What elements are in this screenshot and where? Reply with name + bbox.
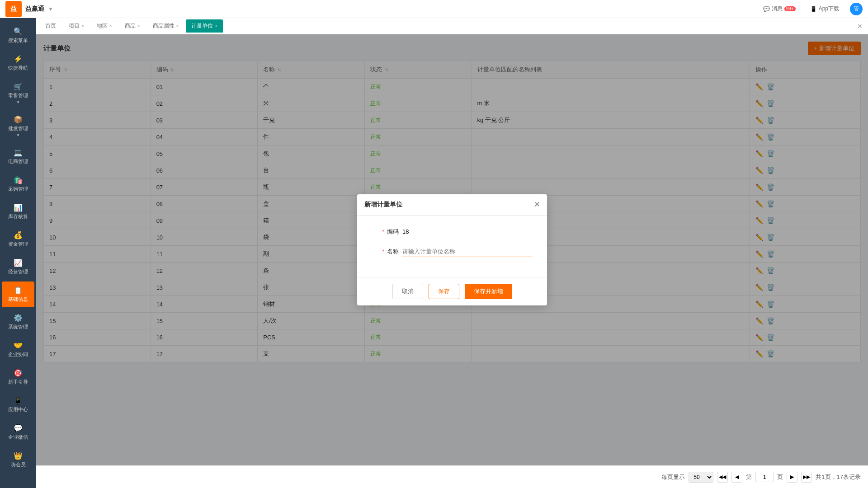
tab-unit[interactable]: 计量单位 ×: [186, 19, 223, 33]
tab-products-close[interactable]: ×: [137, 23, 140, 28]
avatar-initials: 管: [854, 5, 859, 13]
code-label: * 编码: [372, 228, 399, 236]
system-icon: ⚙️: [14, 314, 23, 322]
message-icon: 💬: [763, 6, 770, 12]
sidebar-item-purchase[interactable]: 🛍️ 采购管理: [2, 171, 34, 197]
name-input[interactable]: [402, 246, 533, 257]
tab-bar: 首页 项目 × 地区 × 商品 × 商品属性 × 计量单位 × ✕: [36, 18, 868, 34]
cancel-button[interactable]: 取消: [392, 284, 423, 299]
modal-body: * 编码 * 名称: [357, 216, 547, 277]
sidebar-item-ecommerce[interactable]: 💻 电商管理: [2, 144, 34, 169]
tab-region-close[interactable]: ×: [109, 23, 112, 28]
tab-products-label: 商品: [125, 22, 136, 30]
sidebar-item-newcomer[interactable]: 🎯 新手引导: [2, 364, 34, 390]
tab-projects-close[interactable]: ×: [81, 23, 84, 28]
top-header: 益 益赢通 ▼ 💬 消息 99+ 📱 App下载 管: [0, 0, 868, 18]
sidebar-label-operation: 经营管理: [8, 268, 28, 275]
tab-unit-close[interactable]: ×: [215, 23, 217, 28]
page-size-label: 每页显示: [661, 473, 685, 481]
message-btn[interactable]: 💬 消息 99+: [760, 3, 799, 14]
modal-close-button[interactable]: ✕: [534, 201, 540, 208]
content-area: 首页 项目 × 地区 × 商品 × 商品属性 × 计量单位 × ✕: [36, 18, 868, 488]
sidebar: 🔍 搜索菜单 ⚡ 快捷导航 🛒 零售管理 ▼ 📦 批发管理 ▼ 💻 电商管理 🛍…: [0, 18, 36, 488]
appcenter-icon: 📱: [14, 396, 23, 405]
form-row-code: * 编码: [372, 226, 533, 237]
modal-overlay[interactable]: 新增计量单位 ✕ * 编码 *: [36, 34, 868, 465]
required-star-code: *: [382, 228, 384, 235]
purchase-icon: 🛍️: [14, 176, 23, 184]
sidebar-item-membership[interactable]: 👑 嗨会员: [2, 447, 34, 473]
search-icon: 🔍: [14, 27, 23, 36]
next-page-button[interactable]: ▶: [787, 472, 797, 483]
pagination-bar: 每页显示 50 10 20 100 ◀◀ ◀ 第 页 ▶ ▶▶ 共1页，17条记…: [36, 465, 868, 488]
sidebar-label-membership: 嗨会员: [11, 461, 26, 468]
page-number-input[interactable]: [755, 472, 774, 482]
sidebar-label-retail: 零售管理: [8, 92, 28, 99]
code-label-text: 编码: [387, 228, 399, 235]
tab-home-label: 首页: [45, 22, 56, 30]
sidebar-label-finance: 资金管理: [8, 241, 28, 248]
sidebar-item-quicknav[interactable]: ⚡ 快捷导航: [2, 50, 34, 76]
name-label-text: 名称: [387, 248, 399, 255]
code-input[interactable]: [402, 226, 533, 237]
quick-nav-icon: ⚡: [14, 55, 23, 63]
sidebar-item-retail[interactable]: 🛒 零售管理 ▼: [2, 78, 34, 109]
enterprise-icon: 💬: [14, 424, 23, 432]
tab-attributes[interactable]: 商品属性 ×: [147, 19, 184, 33]
header-right: 💬 消息 99+ 📱 App下载 管: [760, 3, 863, 15]
tab-products[interactable]: 商品 ×: [119, 19, 146, 33]
inventory-icon: 📊: [14, 203, 23, 212]
modal-title: 新增计量单位: [364, 201, 402, 209]
sidebar-item-system[interactable]: ⚙️ 系统管理: [2, 309, 34, 335]
last-page-button[interactable]: ▶▶: [801, 472, 812, 483]
sidebar-label-quicknav: 快捷导航: [8, 65, 28, 71]
tab-attributes-close[interactable]: ×: [176, 23, 179, 28]
sidebar-label-system: 系统管理: [8, 324, 28, 330]
dropdown-icon[interactable]: ▼: [48, 6, 53, 12]
first-page-button[interactable]: ◀◀: [717, 472, 728, 483]
partner-icon: 🤝: [14, 341, 23, 350]
tab-region[interactable]: 地区 ×: [91, 19, 118, 33]
ecommerce-icon: 💻: [14, 148, 23, 157]
chevron-down-icon: ▼: [16, 100, 20, 104]
tab-attributes-label: 商品属性: [153, 22, 175, 30]
avatar[interactable]: 管: [850, 3, 863, 15]
sidebar-label-wholesale: 批发管理: [8, 125, 28, 132]
save-and-new-button[interactable]: 保存并新增: [465, 284, 512, 299]
modal-header: 新增计量单位 ✕: [357, 194, 547, 216]
tab-unit-label: 计量单位: [191, 22, 213, 30]
finance-icon: 💰: [14, 231, 23, 239]
membership-icon: 👑: [14, 451, 23, 460]
message-label: 消息: [772, 5, 783, 13]
sidebar-item-appcenter[interactable]: 📱 应用中心: [2, 392, 34, 418]
tab-home[interactable]: 首页: [40, 19, 61, 33]
sidebar-item-enterprise[interactable]: 💬 企业微信: [2, 419, 34, 445]
newcomer-icon: 🎯: [14, 369, 23, 377]
total-info: 共1页，17条记录: [816, 473, 861, 481]
sidebar-item-partner[interactable]: 🤝 企业协同: [2, 337, 34, 362]
message-badge: 99+: [784, 6, 796, 11]
sidebar-label-basic-info: 基础信息: [8, 296, 28, 303]
sidebar-item-basic-info[interactable]: 📋 基础信息: [2, 282, 34, 307]
tab-bar-close-all[interactable]: ✕: [855, 21, 864, 32]
basic-info-icon: 📋: [14, 286, 23, 295]
sidebar-item-inventory[interactable]: 📊 库存核算: [2, 199, 34, 225]
sidebar-label-ecommerce: 电商管理: [8, 158, 28, 165]
prev-page-button[interactable]: ◀: [731, 472, 742, 483]
add-unit-modal: 新增计量单位 ✕ * 编码 *: [357, 194, 547, 305]
sidebar-item-operation[interactable]: 📈 经营管理: [2, 254, 34, 280]
tab-projects[interactable]: 项目 ×: [63, 19, 90, 33]
sidebar-label-inventory: 库存核算: [8, 213, 28, 220]
page-size-select[interactable]: 50 10 20 100: [689, 472, 713, 483]
page-prefix-label: 第: [746, 473, 752, 481]
save-button[interactable]: 保存: [429, 284, 459, 299]
form-row-name: * 名称: [372, 246, 533, 257]
name-label: * 名称: [372, 248, 399, 256]
sidebar-item-finance[interactable]: 💰 资金管理: [2, 226, 34, 252]
app-download-btn[interactable]: 📱 App下载: [807, 3, 843, 14]
phone-icon: 📱: [810, 6, 817, 12]
sidebar-item-wholesale[interactable]: 📦 批发管理 ▼: [2, 111, 34, 142]
sidebar-item-search[interactable]: 🔍 搜索菜单: [2, 23, 34, 48]
page-unit-label: 页: [777, 473, 783, 481]
sidebar-label-enterprise: 企业微信: [8, 434, 28, 441]
